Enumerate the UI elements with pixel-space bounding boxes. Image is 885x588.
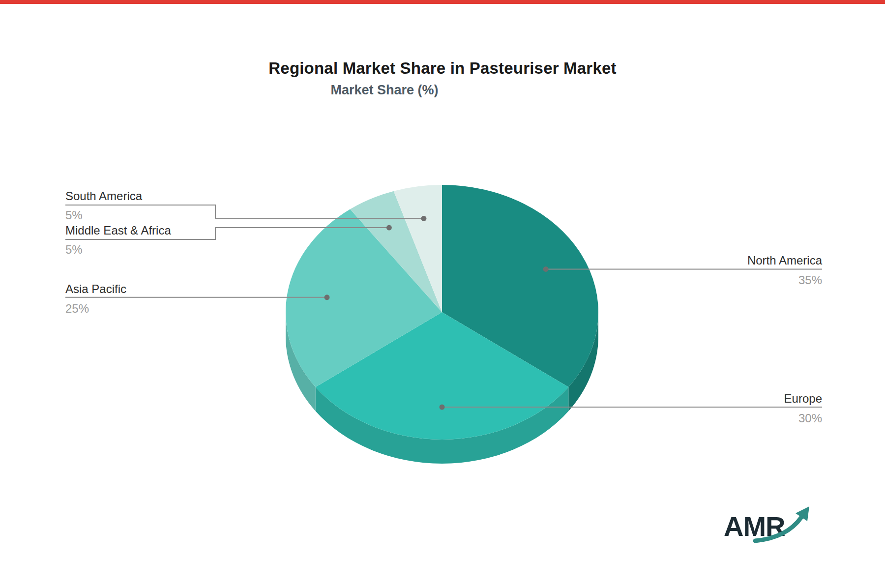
slice-label-europe: Europe [784,392,822,405]
leader-dot-middle-east-africa [386,225,392,231]
leader-dot-asia-pacific [324,294,330,300]
slice-label-middle-east-africa: Middle East & Africa [65,224,171,237]
amr-logo: AMR [724,510,822,553]
leader-dot-europe [440,405,445,410]
slice-value-asia-pacific: 25% [65,302,89,315]
leader-dot-south-america [421,216,426,221]
slice-label-asia-pacific: Asia Pacific [65,282,126,295]
slice-value-europe: 30% [798,412,822,425]
slice-value-middle-east-africa: 5% [65,243,83,256]
logo-arrow-icon [752,503,818,545]
chart-page: Regional Market Share in Pasteuriser Mar… [0,0,885,588]
slice-value-south-america: 5% [65,208,83,222]
leader-dot-north-america [543,266,549,272]
slice-value-north-america: 35% [798,273,822,287]
logo-arrow-swoosh [755,517,801,541]
slice-label-south-america: South America [65,189,143,203]
pie-chart: North America35%Europe30%Asia Pacific25%… [0,0,885,588]
slice-label-north-america: North America [747,254,823,267]
